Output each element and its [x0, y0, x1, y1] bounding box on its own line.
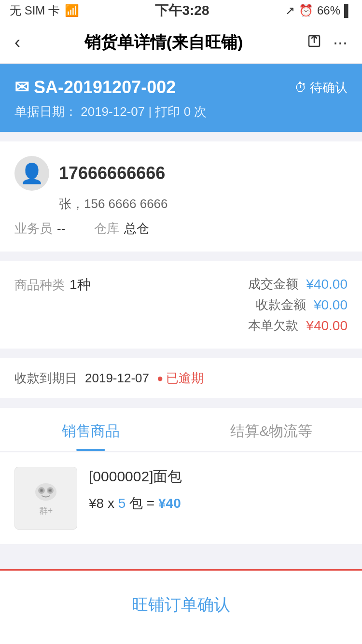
- confirm-order-button[interactable]: 旺铺订单确认: [14, 580, 348, 630]
- product-type-label: 商品种类: [14, 277, 65, 294]
- svg-point-1: [35, 483, 56, 501]
- product-section: 群+ [0000002]面包 ¥8 x 5 包 = ¥40: [0, 452, 362, 544]
- warehouse-label: 仓库: [94, 220, 119, 237]
- clock-icon: ⏱: [294, 80, 307, 95]
- product-type-value: 1种: [70, 276, 91, 294]
- multiply-icon: x: [108, 496, 118, 511]
- location-icon: ↗: [285, 4, 295, 17]
- svg-point-7: [49, 490, 51, 491]
- nav-bar: ‹ 销货单详情(来自旺铺) ···: [0, 21, 362, 64]
- summary-right: 成交金额 ¥40.00 收款金额 ¥0.00 本单欠款 ¥40.00: [248, 276, 348, 334]
- summary-left: 商品种类 1种: [14, 276, 91, 294]
- back-button[interactable]: ‹: [14, 32, 20, 53]
- customer-row: 👤 17666666666: [14, 156, 348, 191]
- owed-row: 本单欠款 ¥40.00: [248, 317, 348, 334]
- order-id: ✉ SA-20191207-002: [14, 77, 176, 98]
- tab-products-label: 销售商品: [62, 423, 120, 439]
- salesperson-field: 业务员 --: [14, 220, 65, 237]
- customer-name: 张，156 6666 6666: [59, 196, 348, 212]
- tab-settlement[interactable]: 结算&物流等: [181, 408, 362, 451]
- product-logo: 群+: [31, 480, 60, 517]
- tabs-section: 销售商品 结算&物流等: [0, 408, 362, 451]
- unit: 包: [129, 496, 143, 511]
- due-date-section: 收款到期日 2019-12-07 ● 已逾期: [0, 358, 362, 398]
- customer-section: 👤 17666666666 张，156 6666 6666 业务员 -- 仓库 …: [0, 141, 362, 252]
- email-icon: ✉: [14, 77, 29, 98]
- wifi-icon: 📶: [65, 4, 79, 17]
- more-icon[interactable]: ···: [333, 32, 348, 53]
- status-bar-left: 无 SIM 卡 📶: [10, 3, 79, 18]
- amount-label: 成交金额: [248, 276, 298, 293]
- status-bar-right: ↗ ⏰ 66% ▌: [285, 4, 352, 17]
- tab-underline: [76, 449, 105, 451]
- received-row: 收款金额 ¥0.00: [256, 296, 348, 313]
- summary-section: 商品种类 1种 成交金额 ¥40.00 收款金额 ¥0.00 本单欠款 ¥40.…: [0, 261, 362, 349]
- received-value: ¥0.00: [314, 297, 348, 313]
- status-bar-time: 下午3:28: [155, 1, 209, 20]
- customer-meta: 业务员 -- 仓库 总仓: [14, 220, 348, 237]
- page-title: 销货单详情(来自旺铺): [84, 31, 243, 54]
- carrier-text: 无 SIM 卡: [10, 3, 60, 18]
- equals-sign: =: [147, 496, 158, 511]
- tabs-row: 销售商品 结算&物流等: [0, 408, 362, 451]
- overdue-badge: ● 已逾期: [157, 370, 204, 387]
- due-date-label: 收款到期日: [14, 370, 77, 387]
- status-bar: 无 SIM 卡 📶 下午3:28 ↗ ⏰ 66% ▌: [0, 0, 362, 21]
- amount-row: 成交金额 ¥40.00: [248, 276, 348, 293]
- overdue-text: 已逾期: [166, 370, 204, 387]
- product-item: 群+ [0000002]面包 ¥8 x 5 包 = ¥40: [14, 467, 348, 530]
- product-thumbnail: 群+: [14, 467, 77, 530]
- product-name: [0000002]面包: [89, 467, 348, 487]
- salesperson-value: --: [57, 221, 65, 236]
- product-info: [0000002]面包 ¥8 x 5 包 = ¥40: [89, 467, 348, 513]
- share-icon[interactable]: [307, 32, 321, 53]
- battery-text: 66%: [317, 4, 340, 17]
- amount-value: ¥40.00: [306, 277, 348, 292]
- order-header: ✉ SA-20191207-002 ⏱ 待确认 单据日期： 2019-12-07…: [0, 64, 362, 132]
- alarm-icon: ⏰: [299, 4, 313, 17]
- warehouse-value: 总仓: [124, 220, 149, 237]
- svg-point-6: [41, 490, 42, 491]
- total-price: ¥40: [158, 496, 181, 511]
- quantity: 5: [118, 496, 126, 511]
- customer-phone: 17666666666: [59, 163, 165, 183]
- owed-label: 本单欠款: [248, 317, 298, 334]
- avatar: 👤: [14, 156, 49, 191]
- order-header-top: ✉ SA-20191207-002 ⏱ 待确认: [14, 77, 348, 98]
- salesperson-label: 业务员: [14, 220, 52, 237]
- received-label: 收款金额: [256, 296, 306, 313]
- avatar-icon: 👤: [20, 162, 44, 185]
- owed-value: ¥40.00: [306, 318, 348, 334]
- bottom-bar: 旺铺订单确认: [0, 569, 362, 644]
- warehouse-field: 仓库 总仓: [94, 220, 149, 237]
- order-date: 单据日期： 2019-12-07 | 打印 0 次: [14, 103, 348, 120]
- order-status: ⏱ 待确认: [294, 79, 348, 96]
- due-date-value: 2019-12-07: [85, 371, 149, 386]
- product-price: ¥8 x 5 包 = ¥40: [89, 494, 348, 513]
- unit-price: ¥8: [89, 496, 104, 511]
- nav-actions: ···: [307, 32, 348, 53]
- overdue-icon: ●: [157, 372, 163, 385]
- product-logo-text: 群+: [39, 505, 53, 517]
- battery-icon: ▌: [344, 4, 352, 17]
- product-type-field: 商品种类 1种: [14, 276, 91, 294]
- tab-settlement-label: 结算&物流等: [230, 423, 312, 439]
- tab-products[interactable]: 销售商品: [0, 408, 181, 451]
